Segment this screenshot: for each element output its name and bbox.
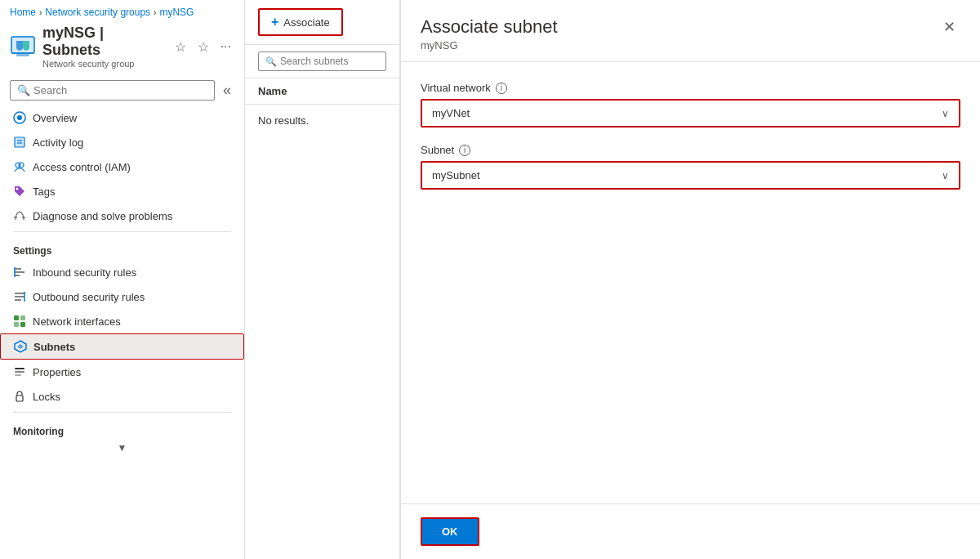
svg-point-11: [19, 163, 24, 168]
breadcrumb: Home › Network security groups › myNSG: [0, 0, 244, 21]
vnet-info-icon[interactable]: i: [496, 83, 507, 94]
subnet-group: Subnet i mySubnet ∨: [421, 144, 960, 190]
vnet-label: Virtual network i: [421, 82, 960, 94]
panel-body: Virtual network i myVNet ∨ Subnet i mySu…: [401, 62, 980, 503]
sidebar-label-properties: Properties: [33, 366, 81, 378]
breadcrumb-current[interactable]: myNSG: [159, 7, 194, 18]
sidebar-item-subnets[interactable]: Subnets: [0, 333, 244, 360]
resource-header: myNSG | Subnets Network security group ☆…: [0, 21, 244, 75]
tags-icon: [13, 185, 26, 198]
svg-rect-33: [16, 396, 23, 401]
more-options-btn[interactable]: ···: [217, 38, 234, 56]
sidebar-item-network-interfaces[interactable]: Network interfaces: [0, 309, 244, 333]
search-icon: 🔍: [17, 84, 30, 96]
sidebar-item-properties[interactable]: Properties: [0, 360, 244, 384]
scroll-down-arrow[interactable]: ▼: [0, 440, 244, 455]
associate-plus-icon: +: [271, 15, 278, 29]
svg-rect-6: [15, 137, 24, 147]
subnet-dropdown[interactable]: mySubnet ∨: [421, 161, 960, 190]
properties-icon: [13, 365, 26, 378]
sidebar-label-diagnose: Diagnose and solve problems: [33, 210, 172, 222]
activity-log-icon: [13, 136, 26, 149]
panel-title: Associate subnet: [421, 16, 558, 38]
resource-subtitle: Network security group: [42, 59, 165, 69]
ok-button[interactable]: OK: [421, 517, 479, 546]
svg-point-12: [16, 188, 19, 190]
sidebar-item-diagnose[interactable]: Diagnose and solve problems: [0, 203, 244, 228]
panel-footer: OK: [401, 503, 980, 559]
settings-divider: [13, 231, 231, 232]
svg-point-5: [17, 115, 22, 120]
settings-section-label: Settings: [0, 235, 244, 260]
collapse-sidebar-btn[interactable]: «: [220, 80, 234, 101]
sidebar-label-tags: Tags: [33, 186, 55, 198]
sidebar-label-activity-log: Activity log: [33, 136, 83, 149]
search-bar: 🔍 «: [0, 75, 244, 105]
search-subnets-bar: 🔍: [245, 45, 399, 78]
network-interfaces-icon: [13, 315, 26, 328]
sidebar-label-outbound-rules: Outbound security rules: [33, 291, 145, 303]
breadcrumb-sep2: ›: [154, 8, 156, 17]
vnet-dropdown[interactable]: myVNet ∨: [421, 99, 960, 127]
search-subnets-wrap: 🔍: [258, 51, 386, 71]
svg-rect-26: [14, 322, 19, 327]
sidebar-item-overview[interactable]: Overview: [0, 105, 244, 130]
sidebar-item-tags[interactable]: Tags: [0, 179, 244, 203]
associate-subnet-panel: Associate subnet myNSG ✕ Virtual network…: [400, 0, 980, 559]
search-input-wrap: 🔍: [10, 80, 215, 101]
svg-rect-3: [16, 54, 29, 56]
no-results-text: No results.: [245, 105, 399, 136]
sidebar-item-outbound-rules[interactable]: Outbound security rules: [0, 284, 244, 309]
panel-title-block: Associate subnet myNSG: [421, 16, 558, 51]
inbound-rules-icon: [13, 266, 26, 279]
pin-icon-btn[interactable]: ☆: [172, 38, 189, 56]
favorite-icon-btn[interactable]: ☆: [194, 38, 212, 56]
sidebar-label-inbound-rules: Inbound security rules: [33, 266, 136, 279]
svg-rect-30: [15, 368, 24, 369]
breadcrumb-home[interactable]: Home: [10, 7, 36, 18]
locks-icon: [13, 390, 26, 403]
access-control-icon: [13, 160, 26, 173]
close-panel-button[interactable]: ✕: [938, 16, 960, 38]
subnets-icon: [14, 340, 27, 353]
sidebar-item-locks[interactable]: Locks: [0, 384, 244, 409]
search-subnets-input[interactable]: [280, 56, 379, 67]
header-actions: ☆ ☆ ···: [172, 38, 234, 56]
sidebar-item-activity-log[interactable]: Activity log: [0, 130, 244, 154]
svg-rect-24: [14, 315, 19, 320]
search-input[interactable]: [33, 84, 207, 96]
associate-button[interactable]: + Associate: [258, 8, 343, 36]
svg-rect-31: [15, 371, 24, 373]
virtual-network-group: Virtual network i myVNet ∨: [421, 82, 960, 127]
sidebar-label-overview: Overview: [33, 112, 77, 124]
vnet-chevron-icon: ∨: [942, 108, 949, 119]
panel-header: Associate subnet myNSG ✕: [401, 0, 980, 62]
sidebar-label-locks: Locks: [33, 391, 60, 403]
sidebar-label-subnets: Subnets: [33, 341, 75, 353]
diagnose-icon: [13, 209, 26, 222]
subnet-info-icon[interactable]: i: [459, 145, 470, 156]
svg-rect-27: [20, 322, 25, 327]
breadcrumb-sep1: ›: [39, 8, 42, 17]
resource-name: myNSG | Subnets: [42, 25, 165, 59]
subnet-label: Subnet i: [421, 144, 960, 156]
sidebar-label-access-control: Access control (IAM): [33, 161, 131, 173]
vnet-value: myVNet: [432, 107, 470, 119]
svg-marker-29: [18, 344, 23, 349]
nsg-icon: [10, 34, 36, 60]
svg-rect-25: [20, 315, 25, 320]
panel-subtitle: myNSG: [421, 39, 558, 51]
subnet-value: mySubnet: [432, 169, 480, 181]
sidebar-item-access-control[interactable]: Access control (IAM): [0, 154, 244, 179]
outbound-rules-icon: [13, 290, 26, 303]
main-toolbar: + Associate: [245, 0, 399, 45]
table-header-name: Name: [245, 78, 399, 105]
subnet-chevron-icon: ∨: [942, 170, 949, 181]
monitoring-divider: [13, 412, 231, 413]
resource-title-block: myNSG | Subnets Network security group: [42, 25, 165, 69]
search-subnets-icon: 🔍: [265, 56, 277, 67]
breadcrumb-nsg[interactable]: Network security groups: [45, 7, 150, 18]
monitoring-section-label: Monitoring: [0, 416, 244, 440]
sidebar-label-network-interfaces: Network interfaces: [33, 315, 121, 328]
sidebar-item-inbound-rules[interactable]: Inbound security rules: [0, 260, 244, 284]
